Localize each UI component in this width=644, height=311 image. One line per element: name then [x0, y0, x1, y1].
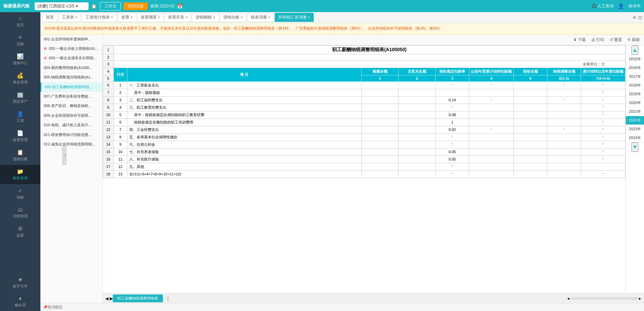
- label-10[interactable]: 其中：按税收规定比例扣除的职工教育经费: [127, 111, 362, 118]
- i-11[interactable]: *: [581, 118, 625, 126]
- seq-12[interactable]: 7: [114, 126, 127, 133]
- scroll-left-btn[interactable]: ◂: [567, 296, 570, 301]
- i-15[interactable]: *: [581, 148, 625, 156]
- collapse-button[interactable]: 《: [62, 146, 66, 165]
- left-panel-item-004[interactable]: 004-期间费用明细表(A1040...: [40, 63, 102, 73]
- i-16[interactable]: *: [581, 156, 625, 163]
- i-13[interactable]: *: [581, 133, 625, 141]
- year-2016[interactable]: 2016年: [626, 64, 644, 72]
- h-8[interactable]: *: [547, 96, 581, 104]
- scroll-right-btn[interactable]: ▸: [639, 296, 641, 301]
- sheet-tab-main[interactable]: 职工薪酬纳税调整明细表: [113, 295, 163, 302]
- year-2024[interactable]: 2024年: [626, 134, 644, 142]
- seq-9[interactable]: 4: [114, 104, 127, 111]
- f-10[interactable]: [469, 111, 514, 118]
- h-9[interactable]: [547, 104, 581, 111]
- i-7[interactable]: *: [581, 89, 625, 96]
- d-11[interactable]: [399, 118, 436, 126]
- tab-income-tax-close[interactable]: ×: [308, 15, 310, 19]
- label-18[interactable]: 合计(1+3+4+7+8+9+10+11+12): [127, 170, 362, 178]
- tab-invoice-open-close[interactable]: ×: [185, 15, 188, 19]
- download-button[interactable]: ⬇ 下载: [573, 37, 586, 43]
- e-15[interactable]: 0.05: [436, 148, 469, 156]
- tab-inbound-check-close[interactable]: ×: [213, 15, 215, 19]
- h-13[interactable]: [547, 133, 581, 141]
- seq-16[interactable]: 11: [114, 156, 127, 163]
- tab-invoice-close[interactable]: ×: [131, 15, 133, 19]
- c-6[interactable]: [362, 81, 399, 89]
- g-6[interactable]: [514, 81, 547, 89]
- e-18[interactable]: *: [436, 170, 469, 178]
- c-7[interactable]: [362, 89, 399, 96]
- sidebar-item-general-ledger[interactable]: ≡ 总账: [0, 31, 40, 50]
- e-7[interactable]: [436, 89, 469, 96]
- i-14[interactable]: *: [581, 141, 625, 148]
- left-panel-item-010[interactable]: 010-免税、减计收入及加计...: [40, 120, 102, 130]
- label-17[interactable]: 九、其他: [127, 163, 362, 170]
- sheet-nav-prev[interactable]: ◀: [105, 296, 108, 301]
- year-2021[interactable]: 2021年: [626, 107, 644, 116]
- e-9[interactable]: *: [436, 104, 469, 111]
- sidebar-item-capital[interactable]: 💰 资金管理: [0, 69, 40, 88]
- sidebar-item-payroll[interactable]: 👤 工资: [0, 107, 40, 127]
- h-10[interactable]: [547, 111, 581, 118]
- d-14[interactable]: [399, 141, 436, 148]
- g-11[interactable]: [514, 118, 547, 126]
- seq-14[interactable]: 9: [114, 141, 127, 148]
- i-12[interactable]: *: [581, 126, 625, 133]
- workspace-button[interactable]: 工作台: [100, 2, 121, 10]
- tab-invoice-calc-close[interactable]: ×: [158, 15, 160, 19]
- left-panel-item-003[interactable]: ⊘ 003-一般企业成本支出明细...: [40, 54, 102, 63]
- left-panel-item-001[interactable]: 001-企业所得税年度纳税申...: [40, 35, 102, 44]
- left-panel-item-005[interactable]: 005-纳税调整项目明细表(A1...: [40, 73, 102, 82]
- g-14[interactable]: [514, 141, 547, 148]
- g-10[interactable]: [514, 111, 547, 118]
- c-15[interactable]: [362, 148, 399, 156]
- sidebar-item-fixed-assets[interactable]: 🏢 固定资产: [0, 88, 40, 107]
- tab-inbound-ledger[interactable]: 进销台账 ×: [219, 13, 246, 22]
- label-8[interactable]: 二、职工福利费支出: [127, 96, 362, 104]
- e-12[interactable]: 0.02: [436, 126, 469, 133]
- f-6[interactable]: *: [469, 81, 514, 89]
- tab-inbound-check[interactable]: 进销稽核 ×: [192, 13, 219, 22]
- sheet-options-icon[interactable]: ⋮: [166, 296, 170, 301]
- g-9[interactable]: [514, 104, 547, 111]
- company-dropdown-icon[interactable]: ▾: [76, 4, 78, 8]
- h-18[interactable]: [547, 170, 581, 178]
- left-panel-item-011[interactable]: 011-研发费用加计扣除优惠...: [40, 130, 102, 140]
- seq-10[interactable]: 5: [114, 111, 127, 118]
- seq-8[interactable]: 3: [114, 96, 127, 104]
- year-nav-up[interactable]: ▲: [632, 45, 638, 55]
- f-12[interactable]: *: [469, 126, 514, 133]
- left-panel-item-008[interactable]: 008-资产折旧、摊销及纳税...: [40, 101, 102, 111]
- tab-invoice-open[interactable]: 发票开具 ×: [164, 13, 191, 22]
- g-15[interactable]: [514, 148, 547, 156]
- c-12[interactable]: [362, 126, 399, 133]
- c-11[interactable]: [362, 118, 399, 126]
- year-2023[interactable]: 2023年: [626, 125, 644, 134]
- label-14[interactable]: 六、住房公积金: [127, 141, 362, 148]
- h-16[interactable]: [547, 156, 581, 163]
- d-15[interactable]: [399, 148, 436, 156]
- reset-button[interactable]: ↺ 重置: [610, 37, 622, 43]
- label-12[interactable]: 四、工会经费支出: [127, 126, 362, 133]
- left-panel-item-007[interactable]: 007-广告费和业务宣传费超...: [40, 92, 102, 101]
- g-17[interactable]: [514, 163, 547, 170]
- c-14[interactable]: [362, 141, 399, 148]
- seq-7[interactable]: 2: [114, 89, 127, 96]
- c-8[interactable]: [362, 96, 399, 104]
- i-9[interactable]: *: [581, 104, 625, 111]
- e-6[interactable]: *: [436, 81, 469, 89]
- c-9[interactable]: [362, 104, 399, 111]
- i-8[interactable]: *: [581, 96, 625, 104]
- f-15[interactable]: [469, 148, 514, 156]
- tab-invoice-calc[interactable]: 发票测算 ×: [137, 13, 164, 22]
- label-9[interactable]: 三、职工教育经费支出: [127, 104, 362, 111]
- i-18[interactable]: *: [581, 170, 625, 178]
- tab-home[interactable]: 首页: [42, 13, 58, 22]
- g-18[interactable]: [514, 170, 547, 178]
- sheet-nav-next[interactable]: ▶: [110, 296, 113, 301]
- f-17[interactable]: [469, 163, 514, 170]
- f-18[interactable]: [469, 170, 514, 178]
- h-12[interactable]: *: [547, 126, 581, 133]
